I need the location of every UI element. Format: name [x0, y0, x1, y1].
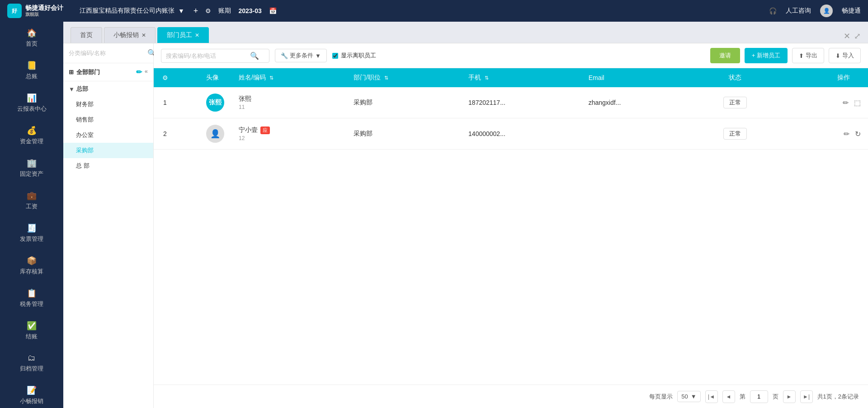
dept-node-label: 采购部: [76, 146, 94, 155]
sidebar-item-label: 税务管理: [20, 300, 43, 308]
sort-icon: ⇅: [269, 75, 274, 80]
dept-node-label: 销售部: [76, 116, 94, 124]
sidebar-item-tax[interactable]: 📋 税务管理: [0, 282, 63, 314]
collapse-icon[interactable]: «: [145, 68, 148, 76]
ledger-icon: 📒: [27, 61, 37, 70]
grid-icon: ⊞: [69, 69, 74, 75]
tab-xiaochang[interactable]: 小畅报销 ✕: [104, 27, 156, 43]
search-icon[interactable]: 🔍: [250, 52, 259, 60]
dept-panel: 🔍 ⊞ 全部部门 ✏ « ▼ 总部: [63, 43, 154, 408]
sidebar-item-checkout[interactable]: ✅ 结账: [0, 314, 63, 347]
cell-empty: [176, 118, 199, 150]
import-button[interactable]: ⬇ 导入: [829, 48, 861, 63]
invite-button[interactable]: 邀请: [710, 48, 740, 63]
top-bar-center: + ⚙ 账期 2023-03 📅: [193, 6, 277, 16]
plus-icon[interactable]: +: [193, 6, 198, 16]
status-badge: 正常: [723, 128, 747, 140]
logout-icon[interactable]: ⬚: [854, 98, 861, 107]
first-page-button[interactable]: |◄: [705, 390, 718, 403]
maximize-window-icon[interactable]: ⤢: [854, 31, 861, 41]
employee-search-input[interactable]: [166, 52, 247, 59]
avatar: 👤: [206, 125, 224, 143]
sidebar-item-reports[interactable]: 📊 云报表中心: [0, 87, 63, 119]
dept-node-xiaoshou[interactable]: 销售部: [63, 112, 153, 127]
table-header-row: ⚙ 头像 姓名/编码 ⇅ 部门/职位 ⇅ 手机 ⇅ Email 状态 操作: [154, 68, 868, 87]
sidebar-item-ledger[interactable]: 📒 总账: [0, 54, 63, 87]
dept-search-input[interactable]: [69, 50, 145, 56]
close-window-icon[interactable]: ✕: [844, 31, 850, 41]
chevron-down-icon: ▼: [315, 52, 321, 59]
col-email: Email: [581, 68, 691, 87]
sort-icon: ⇅: [384, 75, 388, 80]
user-avatar[interactable]: 👤: [820, 5, 833, 17]
app-logo: 好 畅捷通好会计 旗舰版: [7, 4, 71, 18]
dept-node-caigou[interactable]: 采购部: [63, 143, 153, 158]
sidebar-item-fixed-assets[interactable]: 🏢 固定资产: [0, 152, 63, 184]
sidebar-item-label: 总账: [26, 72, 38, 80]
show-resigned-label[interactable]: 显示离职员工: [332, 52, 376, 60]
sidebar-item-archive[interactable]: 🗂 归档管理: [0, 347, 63, 379]
sidebar-item-funds[interactable]: 💰 资金管理: [0, 119, 63, 152]
cell-status: 正常: [691, 118, 779, 150]
reports-icon: 📊: [27, 93, 37, 103]
sidebar-item-inventory[interactable]: 📦 库存核算: [0, 249, 63, 282]
dept-node-label: 总 部: [76, 162, 90, 170]
export-button[interactable]: ⬆ 导出: [792, 48, 824, 63]
add-employee-button[interactable]: + 新增员工: [745, 48, 788, 63]
sidebar-item-invoice[interactable]: 🧾 发票管理: [0, 217, 63, 249]
sidebar-item-salary[interactable]: 💼 工资: [0, 184, 63, 217]
dept-tree: ▼ 总部 财务部 销售部 办公室 采购部: [63, 81, 153, 408]
dept-header-icons: ✏ «: [136, 68, 148, 76]
tab-dept-employee[interactable]: 部门员工 ✕: [157, 27, 209, 43]
col-dept-position[interactable]: 部门/职位 ⇅: [346, 68, 461, 87]
cell-dept: 采购部: [346, 118, 461, 150]
dept-node-caiwu[interactable]: 财务部: [63, 97, 153, 112]
company-selector[interactable]: 江西服宝精品有限责任公司内账张 ▼: [80, 7, 184, 15]
app-sub: 旗舰版: [25, 11, 63, 18]
sidebar-item-xiaochang[interactable]: 📝 小畅报销: [0, 379, 63, 408]
calendar-icon[interactable]: 📅: [269, 7, 277, 14]
cell-name-code: 宁小壹 应 12: [231, 118, 346, 150]
edit-icon[interactable]: ✏: [843, 98, 849, 107]
tab-xiaochang-close[interactable]: ✕: [142, 32, 146, 38]
cell-email: [581, 118, 691, 150]
page-size-select[interactable]: 50 ▼: [677, 391, 700, 402]
cell-index: 1: [154, 87, 176, 118]
invoice-icon: 🧾: [27, 223, 37, 233]
dept-node-zong[interactable]: 总 部: [63, 158, 153, 174]
user-name[interactable]: 畅捷通: [842, 7, 861, 15]
prev-page-button[interactable]: ◄: [722, 390, 735, 403]
top-bar: 好 畅捷通好会计 旗舰版 江西服宝精品有限责任公司内账张 ▼ + ⚙ 账期 20…: [0, 0, 868, 22]
edit-dept-icon[interactable]: ✏: [136, 68, 142, 76]
name-code-container: 张熙 11: [239, 95, 339, 110]
dept-node-bangong[interactable]: 办公室: [63, 127, 153, 143]
support-label[interactable]: 人工咨询: [786, 7, 811, 15]
col-status: 状态: [691, 68, 779, 87]
col-phone[interactable]: 手机 ⇅: [461, 68, 581, 87]
edit-icon[interactable]: ✏: [844, 130, 849, 138]
show-resigned-checkbox[interactable]: [332, 53, 338, 59]
last-page-button[interactable]: ►|: [800, 390, 813, 403]
table-row: 2 👤 宁小壹 应: [154, 118, 868, 150]
page-input[interactable]: [750, 390, 768, 403]
dropdown-icon: ▼: [691, 393, 697, 400]
sidebar-item-label: 库存核算: [20, 267, 43, 276]
export-label: 导出: [806, 52, 817, 60]
sidebar-item-home[interactable]: 🏠 首页: [0, 22, 63, 54]
page-size-value: 50: [681, 393, 688, 400]
employee-search-box: 🔍: [161, 49, 269, 63]
col-name-code[interactable]: 姓名/编码 ⇅: [231, 68, 346, 87]
refresh-icon[interactable]: ↻: [855, 130, 861, 138]
next-page-button[interactable]: ►: [783, 390, 796, 403]
tab-dept-employee-close[interactable]: ✕: [195, 32, 199, 38]
page-size-label: 每页显示: [649, 393, 673, 401]
dept-header-left: ⊞ 全部部门: [69, 68, 100, 76]
more-filter-button[interactable]: 🔧 更多条件 ▼: [275, 49, 327, 62]
right-panel: 🔍 🔧 更多条件 ▼ 显示离职员工 邀请 + 新增员工: [154, 43, 868, 408]
all-dept-label[interactable]: 全部部门: [76, 68, 100, 76]
tab-home[interactable]: 首页: [71, 27, 102, 43]
settings-icon[interactable]: ⚙: [205, 7, 211, 14]
col-settings[interactable]: ⚙: [154, 68, 176, 87]
dept-node-zongbu[interactable]: ▼ 总部: [63, 81, 153, 97]
archive-icon: 🗂: [28, 353, 36, 363]
